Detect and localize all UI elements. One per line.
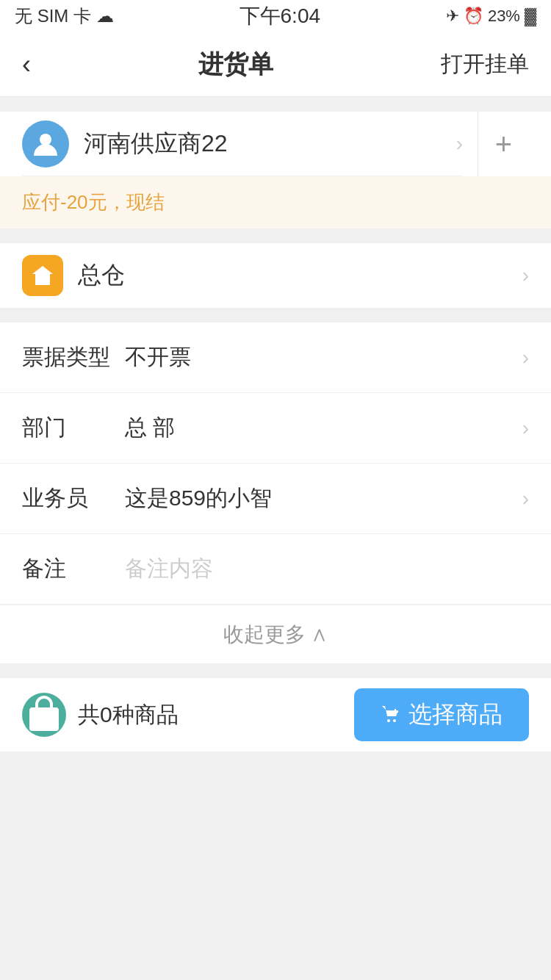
bag-icon <box>22 693 66 737</box>
supplier-chevron-icon: › <box>456 132 463 156</box>
battery-label: 23% <box>488 7 520 26</box>
warehouse-row[interactable]: 总仓 › <box>22 243 529 308</box>
form-section: 票据类型 不开票 › 部门 总 部 › 业务员 这是859的小智 › 备注 备注… <box>0 323 551 663</box>
invoice-type-value: 不开票 <box>125 342 522 372</box>
add-supplier-button[interactable]: + <box>478 112 529 176</box>
product-icon <box>22 693 66 737</box>
notice-banner: 应付-20元，现结 <box>0 176 551 228</box>
supplier-section: 河南供应商22 › + <box>0 112 551 176</box>
location-icon: ✈ <box>446 7 459 26</box>
invoice-type-row[interactable]: 票据类型 不开票 › <box>0 323 551 393</box>
page-title: 进货单 <box>198 48 273 82</box>
supplier-row[interactable]: 河南供应商22 › <box>22 112 463 176</box>
back-button[interactable]: ‹ <box>22 49 31 80</box>
open-pending-button[interactable]: 打开挂单 <box>441 49 529 79</box>
svg-point-0 <box>40 134 51 145</box>
warehouse-icon <box>22 255 63 296</box>
salesperson-value: 这是859的小智 <box>125 483 522 514</box>
invoice-type-label: 票据类型 <box>22 342 125 372</box>
salesperson-row[interactable]: 业务员 这是859的小智 › <box>0 464 551 534</box>
product-count-label: 共0种商品 <box>78 700 354 730</box>
warehouse-name: 总仓 <box>78 259 522 292</box>
status-left: 无 SIM 卡 ☁ <box>15 4 114 28</box>
department-row[interactable]: 部门 总 部 › <box>0 393 551 464</box>
department-label: 部门 <box>22 413 125 443</box>
remark-row[interactable]: 备注 备注内容 <box>0 534 551 605</box>
person-icon <box>31 129 60 159</box>
select-product-button[interactable]: 选择商品 <box>354 688 529 741</box>
alarm-icon: ⏰ <box>464 7 483 26</box>
cart-icon <box>381 705 401 725</box>
svg-point-2 <box>387 719 390 722</box>
nav-bar: ‹ 进货单 打开挂单 <box>0 32 551 97</box>
department-chevron: › <box>522 417 529 440</box>
collapse-button[interactable]: 收起更多 ∧ <box>0 605 551 663</box>
select-product-label: 选择商品 <box>408 699 503 731</box>
battery-icon: ▓ <box>525 7 536 26</box>
warehouse-chevron-icon: › <box>522 264 529 287</box>
supplier-avatar <box>22 120 69 167</box>
house-icon <box>31 264 54 287</box>
invoice-type-chevron: › <box>522 346 529 370</box>
sep-1 <box>0 97 551 112</box>
remark-placeholder[interactable]: 备注内容 <box>125 554 529 584</box>
status-time: 下午6:04 <box>240 2 321 30</box>
bottom-bar: 共0种商品 选择商品 <box>0 678 551 752</box>
sim-label: 无 SIM 卡 ☁ <box>15 4 114 28</box>
warehouse-section: 总仓 › <box>0 243 551 308</box>
svg-point-3 <box>393 719 396 722</box>
supplier-name: 河南供应商22 <box>84 128 456 160</box>
status-right: ✈ ⏰ 23% ▓ <box>446 7 536 26</box>
salesperson-label: 业务员 <box>22 483 125 514</box>
salesperson-chevron: › <box>522 487 529 511</box>
svg-rect-1 <box>29 707 59 731</box>
status-bar: 无 SIM 卡 ☁ 下午6:04 ✈ ⏰ 23% ▓ <box>0 0 551 32</box>
department-value: 总 部 <box>125 413 522 443</box>
remark-label: 备注 <box>22 554 125 584</box>
